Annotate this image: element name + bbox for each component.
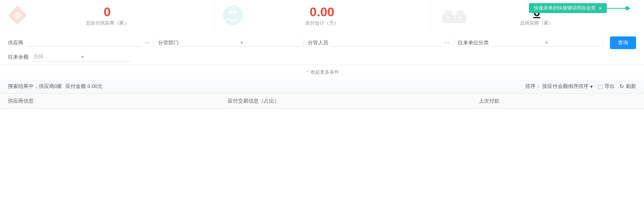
unitclass-dropdown[interactable]: ▾: [492, 39, 600, 47]
department-chevron-icon: ▾: [240, 40, 298, 46]
sort-value: 按应付会额倒序排序: [542, 83, 589, 90]
result-actions: 排序： 按应付会额倒序排序 ▾ ⬚ 导出 ↻ 刷新: [525, 83, 636, 90]
filter-section: 供应商 ··· 分管部门 ▾ 分管人员 ··· 往来单位分类: [0, 32, 644, 80]
export-label: 导出: [604, 83, 615, 90]
sort-dropdown[interactable]: 排序： 按应付会额倒序排序 ▾: [525, 83, 593, 90]
person-label: 分管人员: [308, 39, 328, 46]
stat-payable-total-content: 0.00 应付合计（万）: [305, 6, 339, 27]
collapse-button[interactable]: ⌃ 收起更多条件: [301, 67, 344, 77]
filter-department-cell: 分管部门 ▾: [154, 39, 304, 47]
sort-chevron-icon: ▾: [590, 84, 593, 90]
result-suppliers-text: 搜索结果中，供应商0家: [8, 83, 62, 90]
filter-unitclass-cell: 往来单位分类 ▾: [454, 39, 604, 47]
tooltip-close-btn[interactable]: ×: [599, 6, 602, 11]
filter-row-2: 往来余额 选择... ▾: [8, 52, 636, 61]
filter-supplier-cell: 供应商 ···: [8, 39, 154, 47]
stat-payable-suppliers: 0 总应付供应商（家）: [0, 0, 215, 32]
stat-payable-total-number: 0.00: [310, 6, 334, 18]
tooltip-text: 快速录单的快捷键说明在这里: [534, 5, 596, 11]
svg-point-5: [231, 7, 235, 10]
supplier-more-btn[interactable]: ···: [144, 39, 149, 46]
supplier-label: 供应商: [8, 39, 23, 46]
col-transaction-info: 应付交易信息（占比）: [228, 97, 479, 105]
supplier-input[interactable]: [27, 39, 142, 47]
table-container: 供应商信息 应付交易信息（占比） 上次付款: [0, 93, 644, 204]
stat-payable-suppliers-label: 总应付供应商（家）: [86, 20, 129, 27]
person-input[interactable]: [332, 39, 442, 47]
stats-bar: 0 总应付供应商（家） 0.00 应付合计（万） 快速录单的快捷键说明在这里 ×: [0, 0, 644, 32]
stat-payable-total: 0.00 应付合计（万）: [215, 0, 429, 32]
stat-payable-total-label: 应付合计（万）: [305, 20, 339, 27]
filter-balance-cell: 往来余额 选择... ▾: [8, 52, 135, 61]
person-more-btn[interactable]: ···: [444, 39, 449, 46]
stat-total-suppliers-label: 总供应商（家）: [520, 20, 553, 27]
shortcut-tooltip: 快速录单的快捷键说明在这里 ×: [529, 3, 607, 13]
result-amount-text: 应付金额 0.00元: [65, 83, 103, 90]
filter-person-cell: 分管人员 ···: [304, 39, 454, 47]
stat-payable-suppliers-content: 0 总应付供应商（家）: [86, 6, 129, 27]
department-dropdown[interactable]: ▾: [182, 39, 300, 47]
table-header: 供应商信息 应付交易信息（占比） 上次付款: [0, 93, 644, 109]
collapse-bar: ⌃ 收起更多条件: [0, 65, 644, 80]
svg-rect-10: [453, 16, 455, 19]
svg-rect-8: [457, 11, 464, 15]
balance-dropdown[interactable]: 选择... ▾: [32, 52, 131, 61]
result-summary: 搜索结果中，供应商0家 应付金额 0.00元: [8, 83, 103, 90]
collapse-label: 收起更多条件: [311, 69, 339, 76]
sort-label: 排序：: [525, 83, 541, 90]
col-supplier-info: 供应商信息: [8, 97, 228, 105]
result-bar: 搜索结果中，供应商0家 应付金额 0.00元 排序： 按应付会额倒序排序 ▾ ⬚…: [0, 80, 644, 93]
table-body: [0, 109, 644, 204]
balance-chevron-icon: ▾: [81, 54, 129, 60]
export-button[interactable]: ⬚ 导出: [598, 83, 615, 90]
refresh-label: 刷新: [626, 83, 636, 90]
stat-total-suppliers: 快速录单的快捷键说明在这里 × 0 总供应商（家）: [430, 0, 644, 32]
svg-point-3: [229, 10, 232, 14]
stat-payable-suppliers-number: 0: [104, 6, 111, 18]
unitclass-chevron-icon: ▾: [545, 40, 598, 46]
refresh-button[interactable]: ↻ 刷新: [619, 83, 636, 90]
filter-row-1: 供应商 ··· 分管部门 ▾ 分管人员 ··· 往来单位分类: [8, 36, 636, 49]
svg-rect-9: [447, 16, 450, 19]
svg-rect-7: [445, 11, 452, 15]
balance-label: 往来余额: [8, 53, 29, 61]
balance-placeholder: 选择...: [33, 53, 81, 60]
col-last-payment: 上次付款: [479, 97, 636, 105]
export-icon: ⬚: [598, 83, 603, 90]
unitclass-label: 往来单位分类: [458, 39, 489, 46]
refresh-icon: ↻: [619, 83, 624, 90]
filter-main: 供应商 ··· 分管部门 ▾ 分管人员 ··· 往来单位分类: [0, 32, 644, 65]
department-label: 分管部门: [158, 39, 179, 46]
svg-point-4: [233, 10, 237, 14]
query-button[interactable]: 查询: [610, 36, 636, 49]
collapse-chevron-icon: ⌃: [305, 70, 309, 75]
svg-rect-11: [459, 16, 461, 19]
